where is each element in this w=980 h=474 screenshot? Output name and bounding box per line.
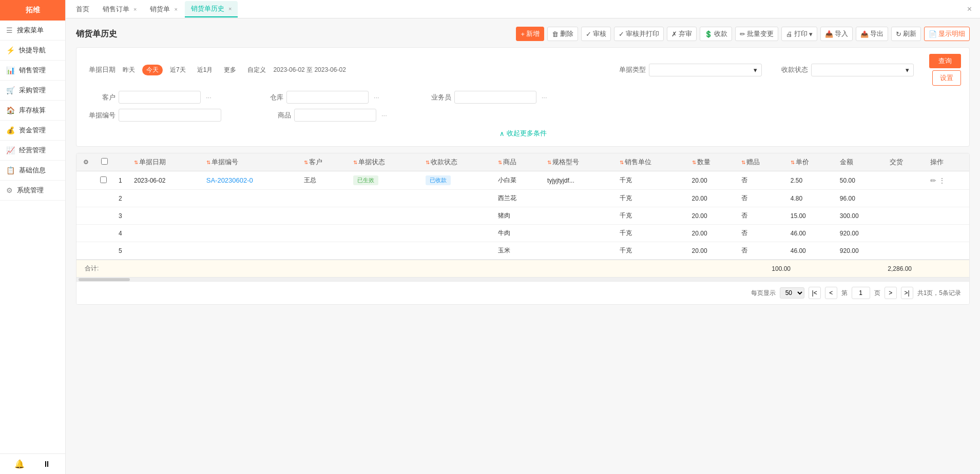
edit-action-icon[interactable]: ✏ (930, 176, 936, 185)
tab-sales-delivery[interactable]: 销货单 × (144, 1, 183, 17)
per-page-select[interactable]: 50 (780, 287, 804, 299)
row-checkbox[interactable] (100, 176, 107, 183)
row-price: 2.50 (785, 171, 835, 190)
sidebar-item-quick-nav[interactable]: ⚡ 快捷导航 (0, 41, 65, 61)
sidebar: 拓维 ☰ 搜索菜单 ⚡ 快捷导航 📊 销售管理 🛒 采购管理 🏠 库存核算 💰 … (0, 0, 66, 474)
discard-button[interactable]: ✗ 弃审 (667, 27, 697, 41)
tab-sales-delivery-close[interactable]: × (174, 6, 177, 12)
col-doc-status[interactable]: ⇅单据状态 (348, 153, 420, 171)
collect-button[interactable]: 💲 收款 (700, 27, 732, 41)
date-tag-custom[interactable]: 自定义 (243, 65, 270, 75)
sidebar-item-sys-mgmt[interactable]: ⚙ 系统管理 (0, 181, 65, 201)
horizontal-scrollbar[interactable] (76, 277, 969, 281)
audit-button[interactable]: ✓ 审核 (581, 27, 611, 41)
show-detail-button[interactable]: 📄 显示明细 (924, 27, 970, 41)
row-unit: 千克 (614, 225, 687, 242)
doc-no-link[interactable]: SA-20230602-0 (206, 176, 253, 184)
export-button[interactable]: 📤 导出 (856, 27, 888, 41)
filter-date: 单据日期 昨天 今天 近7天 近1月 更多 自定义 2023-06-02 至 2… (85, 65, 346, 75)
tab-sales-order-close[interactable]: × (133, 6, 137, 12)
warehouse-input[interactable] (286, 91, 369, 104)
collapse-conditions[interactable]: ∧ 收起更多条件 (85, 127, 961, 140)
date-tag-7days[interactable]: 近7天 (166, 65, 190, 75)
batch-change-icon: ✏ (740, 30, 745, 38)
sidebar-item-label: 经营管理 (19, 146, 46, 155)
query-button[interactable]: 查询 (929, 54, 961, 68)
prev-page-button[interactable]: < (825, 287, 837, 299)
more-action-icon[interactable]: ⋮ (938, 176, 946, 185)
batch-change-button[interactable]: ✏ 批量变更 (735, 27, 778, 41)
col-spec[interactable]: ⇅规格型号 (542, 153, 614, 171)
tab-sales-order-label: 销售订单 (103, 5, 129, 14)
refresh-button[interactable]: ↻ 刷新 (891, 27, 921, 41)
quick-nav-icon: ⚡ (6, 46, 15, 54)
search-menu-icon: ☰ (6, 26, 13, 34)
doc-no-input[interactable] (119, 109, 221, 122)
row-unit: 千克 (614, 171, 687, 190)
print-button[interactable]: 🖨 打印 ▾ (781, 27, 817, 41)
goods-ellipsis[interactable]: ··· (379, 110, 389, 120)
sidebar-item-operations[interactable]: 📈 经营管理 (0, 141, 65, 161)
col-goods[interactable]: ⇅商品 (493, 153, 542, 171)
notification-icon[interactable]: 🔔 (14, 459, 25, 469)
table-footer: 合计: 100.00 2,286.00 (76, 260, 969, 277)
import-button[interactable]: 📥 导入 (820, 27, 853, 41)
last-page-button[interactable]: >| (901, 287, 913, 299)
doc-status-badge: 已生效 (353, 175, 378, 185)
sidebar-item-finance[interactable]: 💰 资金管理 (0, 121, 65, 141)
select-all-checkbox[interactable] (101, 158, 108, 165)
sales-rep-ellipsis[interactable]: ··· (540, 92, 549, 102)
tab-sales-history-close[interactable]: × (228, 6, 232, 12)
row-goods: 小白菜 (493, 171, 542, 190)
doc-type-select[interactable]: ▾ (649, 64, 762, 76)
delete-button[interactable]: 🗑 删除 (547, 27, 578, 41)
sales-mgmt-icon: 📊 (6, 66, 15, 74)
setting-button[interactable]: 设置 (932, 70, 961, 86)
col-payment-status[interactable]: ⇅收款状态 (420, 153, 493, 171)
col-date[interactable]: ⇅单据日期 (129, 153, 201, 171)
date-tag-1month[interactable]: 近1月 (193, 65, 217, 75)
col-gift[interactable]: ⇅赠品 (736, 153, 785, 171)
filter-area: 单据日期 昨天 今天 近7天 近1月 更多 自定义 2023-06-02 至 2… (76, 47, 970, 147)
sidebar-item-search-menu[interactable]: ☰ 搜索菜单 (0, 21, 65, 41)
doc-type-label: 单据类型 (615, 65, 646, 74)
date-tag-yesterday[interactable]: 昨天 (119, 65, 139, 75)
sidebar-item-basic-info[interactable]: 📋 基础信息 (0, 161, 65, 181)
customer-ellipsis[interactable]: ··· (204, 92, 214, 102)
tab-sales-order[interactable]: 销售订单 × (97, 1, 143, 17)
payment-status-badge: 已收款 (426, 175, 451, 185)
sales-rep-input[interactable] (454, 91, 536, 104)
next-page-button[interactable]: > (885, 287, 897, 299)
col-checkbox (95, 153, 113, 171)
add-button[interactable]: + 新增 (516, 27, 544, 41)
audit-print-button[interactable]: ✓ 审核并打印 (614, 27, 664, 41)
scrollbar-thumb[interactable] (79, 278, 130, 281)
row-goods: 玉米 (493, 242, 542, 260)
col-doc-no[interactable]: ⇅单据编号 (201, 153, 299, 171)
page-number-input[interactable] (852, 287, 870, 299)
col-qty[interactable]: ⇅数量 (687, 153, 736, 171)
table-row: 5 玉米 千克 20.00 否 46.00 920.00 (76, 242, 969, 260)
sidebar-item-purchase-mgmt[interactable]: 🛒 采购管理 (0, 81, 65, 101)
goods-input[interactable] (294, 109, 376, 122)
sidebar-item-sales-mgmt[interactable]: 📊 销售管理 (0, 61, 65, 81)
warehouse-ellipsis[interactable]: ··· (372, 92, 381, 102)
col-customer[interactable]: ⇅客户 (299, 153, 348, 171)
col-price[interactable]: ⇅单价 (785, 153, 835, 171)
date-tag-today[interactable]: 今天 (142, 65, 163, 75)
col-unit[interactable]: ⇅销售单位 (614, 153, 687, 171)
payment-status-select[interactable]: ▾ (811, 64, 914, 76)
first-page-button[interactable]: |< (809, 287, 821, 299)
date-range-text: 2023-06-02 至 2023-06-02 (273, 66, 345, 74)
date-tag-more[interactable]: 更多 (220, 65, 240, 75)
col-settings[interactable]: ⚙ (76, 153, 95, 171)
customer-input[interactable] (119, 91, 201, 104)
close-all-tabs[interactable]: × (963, 5, 976, 14)
tab-sales-history[interactable]: 销货单历史 × (185, 1, 238, 17)
pause-icon[interactable]: ⏸ (43, 460, 51, 469)
tab-home[interactable]: 首页 (70, 1, 95, 17)
sidebar-item-inventory[interactable]: 🏠 库存核算 (0, 101, 65, 121)
row-goods: 牛肉 (493, 225, 542, 242)
payment-status-label: 收款状态 (777, 65, 808, 74)
row-doc-status (348, 190, 420, 207)
